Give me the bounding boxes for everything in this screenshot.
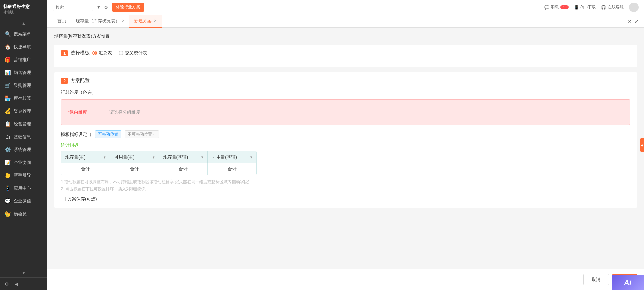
sidebar-scroll-up[interactable]: ▲ [22, 20, 26, 26]
sidebar-item-label: 搜索菜单 [14, 31, 31, 37]
col-dropdown-arrow[interactable]: ▾ [201, 155, 203, 160]
online-service-label: 在线客服 [608, 4, 624, 10]
step2-badge: 2 [61, 78, 68, 84]
page-content: 现存量(库存状况表)方案设置 1 选择模板 汇总表 交叉统计表 [47, 28, 644, 269]
sales-icon: 📊 [5, 70, 11, 76]
shortcut-icon: 🏠 [5, 44, 11, 50]
marketing-icon: 🎁 [5, 57, 11, 63]
indicator-setting: 模板指标设定（ 可拖动位置 不可拖动位置） [61, 130, 630, 138]
app-name: 畅康通好生意 [3, 4, 44, 10]
tabs-right: ✕ ⤢ [628, 19, 639, 24]
table-header-col3[interactable]: 现存量(基辅)▾ [159, 151, 208, 163]
sidebar-item-basic[interactable]: 🗂基础信息 [0, 130, 47, 143]
col-label: 现存量(基辅) [163, 154, 188, 160]
industry-btn[interactable]: 体验行业方案 [112, 3, 144, 12]
stats-table: 现存量(主)▾可用量(主)▾现存量(基辅)▾可用量(基辅)▾ 合计合计合计合计 [61, 151, 257, 175]
apps-icon: 📱 [5, 185, 11, 191]
sidebar: 畅康通好生意 标准版 ▲ 🔍搜索菜单🏠快捷导航🎁营销推广📊销售管理🛒采购管理🏪库… [0, 0, 47, 290]
sidebar-item-search[interactable]: 🔍搜索菜单 [0, 28, 47, 41]
dimension-area: *纵向维度 —— 请选择分组维度 [61, 99, 630, 125]
save-checkbox[interactable] [61, 197, 66, 201]
table-cell-col3: 合计 [159, 163, 208, 175]
topbar-search [53, 4, 93, 11]
dimension-placeholder[interactable]: 请选择分组维度 [109, 109, 140, 115]
col-dropdown-arrow[interactable]: ▾ [153, 155, 155, 160]
sidebar-item-label: 畅会员 [14, 211, 27, 217]
table-cell-col2: 合计 [110, 163, 159, 175]
settings-footer-icon[interactable]: ⚙ [5, 281, 9, 287]
sidebar-item-apps[interactable]: 📱应用中心 [0, 182, 47, 195]
tab-inventory[interactable]: 现存量（库存状况表） ✕ [71, 15, 129, 28]
stats-section-label: 统计指标 [61, 142, 630, 148]
not-draggable-tag: 不可拖动位置） [125, 130, 159, 138]
ai-float-button[interactable]: Ai [612, 275, 644, 290]
sidebar-item-label: 系统管理 [14, 147, 31, 153]
topbar-settings-icon[interactable]: ⚙ [104, 5, 108, 10]
sidebar-item-wechat[interactable]: 💬企业微信 [0, 195, 47, 208]
topbar-dropdown-arrow[interactable]: ▼ [97, 5, 101, 10]
vertical-required-marker: *纵向维度 [68, 109, 87, 115]
col-label: 可用量(主) [114, 154, 135, 160]
tab-new-plan-label: 新建方案 [134, 18, 152, 24]
sidebar-nav: 🔍搜索菜单🏠快捷导航🎁营销推广📊销售管理🛒采购管理🏪库存核算💰资金管理📋经营管理… [0, 28, 47, 269]
draggable-tag: 可拖动位置 [95, 130, 121, 138]
corp-icon: 📝 [5, 160, 11, 166]
sidebar-item-member[interactable]: 👑畅会员 [0, 208, 47, 220]
app-logo: 畅康通好生意 标准版 [0, 0, 47, 19]
topbar-right: 💬 消息 99+ 📱 App下载 🎧 在线客服 [544, 3, 639, 12]
radio-summary-label: 汇总表 [99, 50, 112, 56]
sidebar-item-corp[interactable]: 📝企业协同 [0, 156, 47, 169]
col-dropdown-arrow[interactable]: ▾ [250, 155, 252, 160]
wechat-icon: 💬 [5, 198, 11, 204]
sidebar-item-marketing[interactable]: 🎁营销推广 [0, 53, 47, 66]
step1-title: 选择模板 [71, 50, 90, 56]
sidebar-scroll-down[interactable]: ▼ [22, 270, 26, 276]
tab-new-plan[interactable]: 新建方案 ✕ [129, 15, 162, 28]
collapse-icon[interactable]: ◀ [15, 281, 18, 287]
sidebar-item-warehouse[interactable]: 🏪库存核算 [0, 92, 47, 105]
bottom-actions: 取消 查询 [47, 269, 644, 290]
table-cell-col1: 合计 [61, 163, 110, 175]
radio-summary[interactable]: 汇总表 [92, 50, 112, 56]
sidebar-item-label: 企业微信 [14, 198, 31, 204]
page-title: 现存量(库存状况表)方案设置 [54, 33, 637, 39]
sidebar-item-finance[interactable]: 💰资金管理 [0, 105, 47, 118]
step1-badge: 1 [61, 50, 68, 56]
sidebar-item-shortcut[interactable]: 🏠快捷导航 [0, 41, 47, 53]
tab-home[interactable]: 首页 [53, 15, 71, 28]
sidebar-item-operations[interactable]: 📋经营管理 [0, 118, 47, 130]
system-icon: ⚙️ [5, 147, 11, 153]
right-edge-toggle[interactable]: ◀ [640, 138, 644, 152]
ai-label: Ai [624, 278, 631, 287]
sidebar-item-purchase[interactable]: 🛒采购管理 [0, 79, 47, 92]
app-download-item[interactable]: 📱 App下载 [574, 4, 596, 10]
table-header-col4[interactable]: 可用量(基辅)▾ [208, 151, 256, 163]
member-icon: 👑 [5, 211, 11, 217]
messages-item[interactable]: 💬 消息 99+ [544, 4, 569, 10]
tab-inventory-label: 现存量（库存状况表） [76, 18, 120, 24]
sidebar-item-newbie[interactable]: 👶新手引导 [0, 169, 47, 182]
tab-inventory-close[interactable]: ✕ [122, 19, 125, 23]
sidebar-item-label: 采购管理 [14, 82, 31, 89]
step1-section: 1 选择模板 汇总表 交叉统计表 [54, 45, 637, 67]
radio-cross[interactable]: 交叉统计表 [119, 50, 147, 56]
search-input[interactable] [53, 4, 93, 11]
online-service-item[interactable]: 🎧 在线客服 [601, 4, 624, 10]
sidebar-item-system[interactable]: ⚙️系统管理 [0, 143, 47, 156]
tab-new-plan-close[interactable]: ✕ [154, 19, 157, 23]
sidebar-item-label: 基础信息 [14, 134, 31, 140]
user-avatar[interactable] [629, 3, 639, 12]
tab-close-all-icon[interactable]: ✕ [628, 19, 632, 24]
tab-expand-icon[interactable]: ⤢ [635, 19, 639, 24]
table-header-col2[interactable]: 可用量(主)▾ [110, 151, 159, 163]
main-content: ▼ ⚙ 体验行业方案 💬 消息 99+ 📱 App下载 🎧 在线客服 首页 [47, 0, 644, 290]
sidebar-item-label: 经营管理 [14, 121, 31, 127]
cancel-button[interactable]: 取消 [583, 274, 609, 285]
sidebar-item-sales[interactable]: 📊销售管理 [0, 66, 47, 79]
sidebar-item-label: 销售管理 [14, 70, 31, 76]
col-dropdown-arrow[interactable]: ▾ [104, 155, 106, 160]
dimension-divider: —— [94, 110, 103, 115]
sidebar-item-label: 资金管理 [14, 108, 31, 114]
table-header-col1[interactable]: 现存量(主)▾ [61, 151, 110, 163]
tip-item: 1.拖动标题栏可以调整布局，不可跨维度或指标区域拖动栏目字段(只能在同一维度或指… [61, 179, 630, 185]
